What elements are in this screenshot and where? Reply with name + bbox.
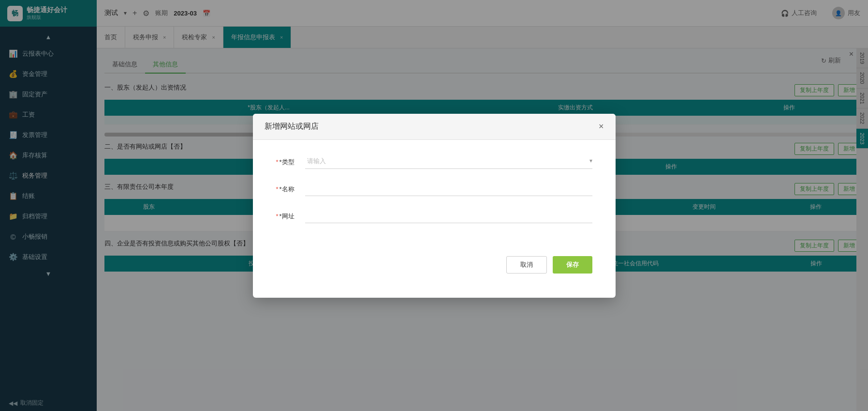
form-row-type: **类型 ▾ <box>276 155 592 169</box>
type-label: **类型 <box>276 158 305 167</box>
name-input-wrap <box>305 183 592 196</box>
type-input-wrap: ▾ <box>305 155 592 169</box>
type-dropdown-icon[interactable]: ▾ <box>589 157 592 164</box>
modal-title: 新增网站或网店 <box>265 122 319 132</box>
modal-close-button[interactable]: × <box>599 122 604 132</box>
modal-body: **类型 ▾ **名称 **网址 <box>253 140 616 248</box>
url-label: **网址 <box>276 212 305 221</box>
cancel-button[interactable]: 取消 <box>506 256 547 274</box>
url-input[interactable] <box>305 210 592 221</box>
name-input[interactable] <box>305 183 592 194</box>
form-row-url: **网址 <box>276 210 592 223</box>
url-input-wrap <box>305 210 592 223</box>
save-button[interactable]: 保存 <box>553 256 592 274</box>
modal-add-website: 新增网站或网店 × **类型 ▾ **名称 **网址 <box>253 114 616 298</box>
name-label: **名称 <box>276 185 305 194</box>
form-row-name: **名称 <box>276 183 592 196</box>
type-input[interactable] <box>305 155 589 167</box>
modal-header: 新增网站或网店 × <box>253 114 616 140</box>
modal-footer: 取消 保存 <box>253 248 616 285</box>
